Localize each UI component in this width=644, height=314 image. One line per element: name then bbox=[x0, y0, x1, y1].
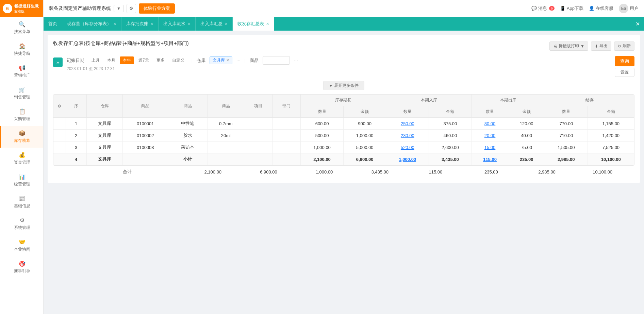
table-cell bbox=[244, 142, 273, 153]
shortcut-more[interactable]: 更多 bbox=[153, 56, 168, 64]
inventory-icon: 📦 bbox=[19, 130, 26, 136]
app-download-item[interactable]: 📱 App下载 bbox=[560, 5, 583, 12]
table-cell[interactable]: 520.00 bbox=[386, 142, 429, 153]
sidebar-item-label: 新手引导 bbox=[14, 268, 30, 274]
online-service-item[interactable]: 👤 在线客服 bbox=[589, 5, 613, 12]
col-goods-name-header: 商品 bbox=[168, 95, 208, 118]
sidebar-item-guide[interactable]: 🎯 新手引导 bbox=[0, 257, 43, 278]
sidebar-item-inventory[interactable]: 📦 库存核算 bbox=[0, 126, 43, 148]
tab-in-out-flow[interactable]: 出入库流水 ✕ bbox=[159, 17, 196, 31]
sidebar-item-finance[interactable]: 💰 资金管理 bbox=[0, 148, 43, 169]
tab-close-stock-summary[interactable]: ✕ bbox=[266, 22, 269, 26]
table-cell: 75.00 bbox=[508, 142, 545, 153]
tab-close-in-out-summary[interactable]: ✕ bbox=[225, 22, 228, 26]
trial-button[interactable]: 体验行业方案 bbox=[139, 3, 175, 14]
table-cell: 文具库 bbox=[86, 142, 122, 153]
tab-close-in-out-flow[interactable]: ✕ bbox=[187, 22, 191, 26]
table-cell: 120.00 bbox=[508, 118, 545, 130]
print-icon: 🖨 bbox=[553, 44, 557, 49]
page-title: 收发存汇总表(按仓库+商品编码+商品+规格型号+项目+部门) bbox=[53, 40, 189, 47]
row-settings-cell bbox=[53, 130, 66, 142]
tab-close-inventory-dist[interactable]: ✕ bbox=[113, 22, 116, 26]
sidebar-item-basic[interactable]: 📰 基础信息 bbox=[0, 191, 43, 213]
col-opening-amt-header: 金额 bbox=[343, 106, 386, 118]
shortcut-this-year[interactable]: 本年 bbox=[120, 56, 134, 64]
table-cell bbox=[273, 130, 301, 142]
search-icon: 🔍 bbox=[19, 21, 26, 28]
filter-separator: | bbox=[192, 58, 193, 63]
finance-icon: 💰 bbox=[19, 152, 26, 158]
system-dropdown[interactable]: ▼ bbox=[114, 5, 124, 12]
sidebar-item-label: 营销推广 bbox=[14, 72, 30, 78]
sidebar-item-purchase[interactable]: 📋 采购管理 bbox=[0, 104, 43, 126]
warehouse-tag-close[interactable]: ✕ bbox=[226, 58, 229, 63]
table-cell: 文具库 bbox=[86, 118, 122, 130]
sidebar-item-operation[interactable]: 📊 经营管理 bbox=[0, 169, 43, 191]
date-range-display: 2023-01-01 至 2023-12-31 bbox=[67, 66, 115, 71]
table-cell: 文具库 bbox=[86, 130, 122, 142]
page-header-row: 收发存汇总表(按仓库+商品编码+商品+规格型号+项目+部门) 🖨 拆镜版打印 ▼… bbox=[53, 40, 634, 52]
query-button[interactable]: 查询 bbox=[615, 56, 634, 66]
top-header: 装备及固定资产辅助管理系统 ▼ ⚙ 体验行业方案 💬 消息 6 📱 App下载 … bbox=[44, 0, 644, 17]
export-button[interactable]: ⬇ 导出 bbox=[591, 42, 611, 51]
table-cell: 235.00 bbox=[508, 153, 545, 165]
goods-ellipsis[interactable]: ··· bbox=[294, 58, 298, 63]
table-cell: 6,900.00 bbox=[343, 153, 386, 165]
col-opening-header: 库存期初 bbox=[301, 95, 386, 106]
user-item[interactable]: Ea 用户 bbox=[619, 4, 639, 13]
warehouse-tag: 文具库 ✕ bbox=[210, 56, 232, 64]
filter-settings-button[interactable]: 设置 bbox=[615, 68, 634, 77]
sidebar-item-label: 企业协同 bbox=[14, 247, 30, 252]
tab-bar-close[interactable]: ✕ bbox=[631, 21, 644, 27]
sidebar-item-enterprise[interactable]: 🤝 企业协同 bbox=[0, 235, 43, 257]
page-content: 收发存汇总表(按仓库+商品编码+商品+规格型号+项目+部门) 🖨 拆镜版打印 ▼… bbox=[44, 31, 644, 314]
tab-stock-summary[interactable]: 收发存汇总表 ✕ bbox=[233, 17, 274, 31]
table-cell[interactable]: 80.00 bbox=[472, 118, 508, 130]
sidebar-item-system[interactable]: ⚙ 系统管理 bbox=[0, 213, 43, 235]
shortcut-custom[interactable]: 自定义 bbox=[169, 56, 187, 64]
table-cell[interactable]: 15.00 bbox=[472, 142, 508, 153]
total-closing-qty: 2,985.00 bbox=[519, 169, 575, 175]
shortcut-last-month[interactable]: 上月 bbox=[88, 56, 103, 64]
tab-in-out-summary[interactable]: 出入库汇总 ✕ bbox=[196, 17, 233, 31]
table-cell[interactable]: 250.00 bbox=[386, 118, 429, 130]
refresh-button[interactable]: ↻ 刷新 bbox=[614, 42, 634, 51]
tab-inventory-dist[interactable]: 现存量（库存分布表） ✕ bbox=[62, 17, 121, 31]
sidebar-item-search[interactable]: 🔍 搜索菜单 bbox=[0, 17, 43, 39]
shortcut-this-month[interactable]: 本月 bbox=[104, 56, 118, 64]
goods-filter-input[interactable] bbox=[263, 56, 290, 65]
row-settings-cell bbox=[53, 153, 66, 165]
table-cell: 2,985.00 bbox=[545, 153, 588, 165]
table-cell[interactable]: 115.00 bbox=[472, 153, 508, 165]
expand-more-button[interactable]: ▼ 展开更多条件 bbox=[323, 81, 365, 90]
tab-close-batch[interactable]: ✕ bbox=[150, 22, 153, 26]
sidebar-item-quick-nav[interactable]: 🏠 快捷导航 bbox=[0, 39, 43, 61]
shortcut-7days[interactable]: 近7天 bbox=[135, 56, 152, 64]
table-cell[interactable]: 1,000.00 bbox=[386, 153, 429, 165]
filter-toggle-btn[interactable]: » bbox=[53, 57, 63, 67]
col-seq-header: 序 bbox=[66, 95, 86, 118]
tab-home[interactable]: 首页 bbox=[44, 17, 62, 31]
total-bar: 合计 2,100.00 6,900.00 1,000.00 3,435.00 1… bbox=[53, 166, 634, 178]
user-avatar: Ea bbox=[619, 4, 628, 13]
print-button[interactable]: 🖨 拆镜版打印 ▼ bbox=[549, 42, 588, 51]
tab-batch[interactable]: 库存批次账 ✕ bbox=[121, 17, 159, 31]
marketing-icon: 📢 bbox=[19, 65, 26, 71]
sidebar-item-marketing[interactable]: 📢 营销推广 bbox=[0, 61, 43, 82]
table-row: 2文具库0100002胶水20ml500.001,000.00230.00460… bbox=[53, 130, 634, 142]
table-cell[interactable]: 20.00 bbox=[472, 130, 508, 142]
col-in-header: 本期入库 bbox=[386, 95, 472, 106]
table-cell: 1,420.00 bbox=[588, 130, 634, 142]
total-out-qty: 115.00 bbox=[408, 169, 464, 175]
table-cell: 0100001 bbox=[123, 118, 168, 130]
warehouse-ellipsis[interactable]: ··· bbox=[236, 58, 241, 63]
gear-button[interactable]: ⚙ bbox=[127, 4, 136, 13]
table-cell: 1,000.00 bbox=[301, 142, 344, 153]
table-cell: 2,600.00 bbox=[429, 142, 472, 153]
system-title: 装备及固定资产辅助管理系统 bbox=[49, 5, 111, 12]
table-cell[interactable]: 230.00 bbox=[386, 130, 429, 142]
table-cell: 4 bbox=[66, 153, 86, 165]
table-cell: 文具库 bbox=[86, 153, 122, 165]
message-item[interactable]: 💬 消息 6 bbox=[531, 5, 555, 12]
sidebar-item-sales[interactable]: 🛒 销售管理 bbox=[0, 82, 43, 104]
